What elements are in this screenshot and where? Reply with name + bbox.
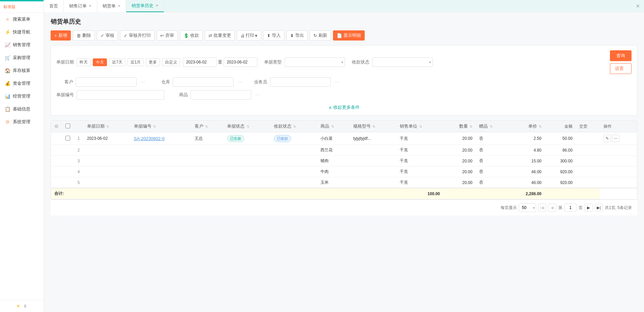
- th-payment-status: 收款状态 ⇅: [271, 121, 317, 132]
- sort-spec-type-icon[interactable]: ⇅: [372, 125, 375, 128]
- date-from-input[interactable]: [183, 57, 217, 67]
- date-to-input[interactable]: [224, 57, 257, 67]
- warehouse-input[interactable]: [173, 77, 233, 87]
- sidebar-item-operations[interactable]: 📊 经营管理: [0, 90, 44, 103]
- tab-sales-history-close[interactable]: ✕: [156, 4, 158, 7]
- sidebar-item-inventory[interactable]: 🏠 库存核算: [0, 64, 44, 77]
- th-doc-date: 单据日期 ⇅: [84, 121, 131, 132]
- import-button[interactable]: ⬆ 导入: [263, 30, 284, 41]
- sidebar-item-finance[interactable]: 💰 资金管理: [0, 77, 44, 90]
- tab-sales-order[interactable]: 销售订单 ✕: [64, 0, 97, 12]
- edit-row-btn[interactable]: ✎: [604, 135, 611, 142]
- collapse-button[interactable]: ∧ 收起更多条件: [329, 104, 360, 110]
- sort-quantity-icon[interactable]: ⇅: [470, 125, 472, 128]
- discard-button[interactable]: ↩ 弃审: [157, 30, 178, 41]
- sidebar-item-quick-nav[interactable]: ⚡ 快捷导航: [0, 26, 44, 38]
- operations-icon: 📊: [5, 94, 10, 99]
- pause-icon[interactable]: ⏸: [23, 304, 27, 309]
- sort-sales-unit-icon[interactable]: ⇅: [419, 125, 422, 128]
- select-all-checkbox[interactable]: [65, 124, 70, 128]
- tabbar-close-btn[interactable]: ✕: [632, 3, 644, 9]
- tab-sales-history[interactable]: 销货单历史 ✕: [126, 0, 164, 12]
- tab-sales-delivery-close[interactable]: ✕: [118, 4, 120, 8]
- row-transaction: [576, 156, 600, 166]
- batch-change-icon: ⇄: [208, 33, 212, 38]
- footer-gift-col: [443, 188, 476, 199]
- payment-status-select[interactable]: [372, 57, 433, 67]
- customer-input[interactable]: [76, 77, 137, 87]
- row-doc-no: [131, 166, 191, 177]
- batch-change-button[interactable]: ⇄ 批量变更: [205, 30, 235, 41]
- sidebar-item-sales-mgmt[interactable]: 📈 销售管理: [0, 38, 44, 51]
- show-detail-button[interactable]: 📄 显示明细: [333, 30, 365, 41]
- settings-button[interactable]: 设置: [610, 63, 632, 74]
- column-settings-icon[interactable]: ⚙: [54, 124, 59, 129]
- tab-home[interactable]: 首页: [44, 0, 64, 12]
- delete-button[interactable]: 🗑 删除: [73, 30, 95, 41]
- table-row: 3 猪肉 千克 20.00 否 15.00 300.00: [51, 156, 637, 166]
- row-spec-type: [350, 156, 397, 166]
- sort-doc-date-icon[interactable]: ⇅: [106, 125, 109, 128]
- doc-no-input[interactable]: [77, 90, 164, 100]
- more-row-btn[interactable]: ⋯: [612, 135, 619, 142]
- warehouse-dots[interactable]: ···: [236, 79, 243, 85]
- query-button[interactable]: 查询: [610, 50, 632, 61]
- filter-doc-no: 单据编号: [56, 90, 164, 100]
- prev-page-btn[interactable]: ◀: [548, 204, 556, 212]
- sidebar-item-search-menu[interactable]: ≡ 搜索菜单: [0, 13, 44, 26]
- print-button[interactable]: 🖨 打印 ▾: [237, 30, 261, 41]
- audit-button[interactable]: ✓ 审核: [97, 30, 118, 41]
- th-unit-price: 单价 ⇅: [508, 121, 545, 132]
- row-unit-price: 2.50: [508, 132, 545, 145]
- row-no: 3: [74, 156, 84, 166]
- sort-doc-status-icon[interactable]: ⇅: [247, 125, 249, 128]
- new-button[interactable]: + 新增: [51, 30, 71, 41]
- row-amount: 50.00: [545, 132, 576, 145]
- refresh-icon: ↻: [313, 33, 317, 38]
- last-page-btn[interactable]: ▶|: [595, 204, 603, 212]
- sales-icon: 📈: [5, 42, 10, 48]
- sidebar-item-basic-info[interactable]: 📋 基础信息: [0, 103, 44, 115]
- refresh-button[interactable]: ↻ 刷新: [310, 30, 331, 41]
- row-spec-type: tyjyjtyjdf...: [350, 132, 397, 145]
- tab-sales-delivery[interactable]: 销货单 ✕: [97, 0, 126, 12]
- product-input[interactable]: [191, 90, 251, 100]
- tab-sales-order-close[interactable]: ✕: [89, 4, 91, 8]
- customer-dots[interactable]: ···: [139, 79, 146, 85]
- receive-button[interactable]: 💲 收款: [180, 30, 203, 41]
- date-7days[interactable]: 近7天: [109, 58, 125, 66]
- product-dots[interactable]: ···: [254, 92, 261, 98]
- th-spec-type-label: 规格型号: [353, 124, 371, 129]
- sort-unit-price-icon[interactable]: ⇅: [539, 125, 541, 128]
- sun-icon[interactable]: ☀: [16, 304, 20, 309]
- sort-doc-no-icon[interactable]: ⇅: [153, 125, 156, 128]
- date-custom[interactable]: 自定义: [162, 58, 180, 66]
- date-more[interactable]: 更多: [146, 58, 160, 66]
- date-today[interactable]: 今天: [93, 58, 107, 66]
- query-area: 查询 设置: [610, 50, 632, 74]
- sidebar-item-purchase-mgmt[interactable]: 🛒 采购管理: [0, 51, 44, 64]
- chevron-up-icon: ∧: [329, 105, 332, 110]
- doc-no-link[interactable]: SA-20230602-0: [134, 136, 165, 141]
- date-1month[interactable]: 近1月: [128, 58, 144, 66]
- sort-gift-icon[interactable]: ⇅: [490, 125, 493, 128]
- page-size-select[interactable]: 50 100 200: [519, 203, 536, 212]
- export-button[interactable]: ⬇ 导出: [286, 30, 308, 41]
- page-input[interactable]: [564, 204, 577, 212]
- audit-print-button[interactable]: ✓ 审核并打印: [120, 30, 155, 41]
- doc-type-select[interactable]: [284, 57, 345, 67]
- sidebar-item-label: 采购管理: [13, 55, 30, 61]
- sort-customer-icon[interactable]: ⇅: [205, 125, 208, 128]
- salesperson-dots[interactable]: ···: [333, 79, 340, 85]
- audit-print-icon: ✓: [124, 33, 128, 38]
- row-select-checkbox[interactable]: [65, 136, 70, 140]
- date-yesterday[interactable]: 昨天: [77, 58, 91, 66]
- salesperson-input[interactable]: [270, 77, 331, 87]
- sort-product-icon[interactable]: ⇅: [331, 125, 334, 128]
- sidebar-item-sys-mgmt[interactable]: ⚙ 系统管理: [0, 115, 44, 128]
- next-page-btn[interactable]: ▶: [585, 204, 593, 212]
- first-page-btn[interactable]: |◀: [538, 204, 546, 212]
- row-customer: [191, 145, 224, 156]
- sort-payment-status-icon[interactable]: ⇅: [293, 125, 296, 128]
- customer-label: 客户: [56, 79, 73, 85]
